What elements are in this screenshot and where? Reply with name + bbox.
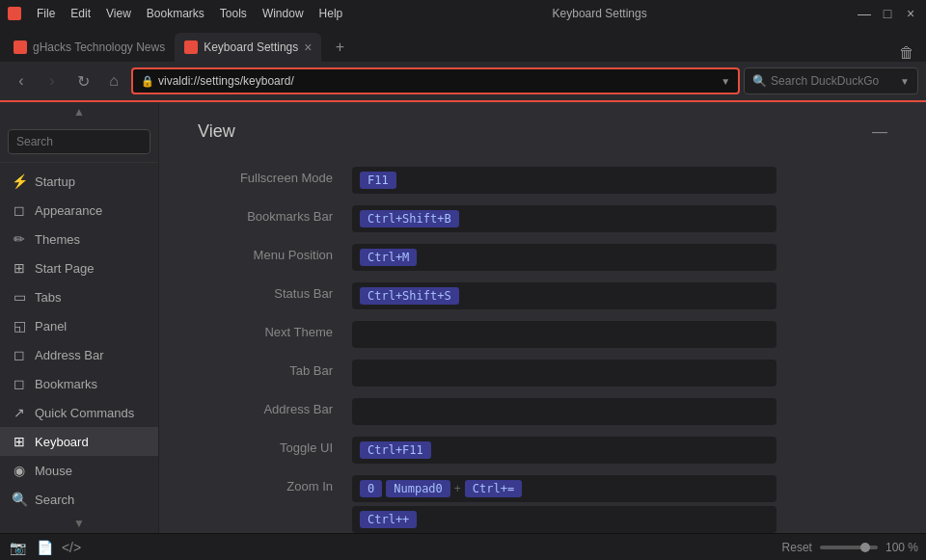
- shortcut-ctrl-shift-s[interactable]: Ctrl+Shift+S: [360, 287, 459, 305]
- section-title: View: [198, 121, 235, 142]
- sidebar-item-start-page[interactable]: ⊞ Start Page: [0, 253, 158, 282]
- sidebar-label-quick-commands: Quick Commands: [35, 406, 134, 420]
- close-tab-area[interactable]: 🗑: [899, 44, 914, 62]
- shortcut-f11[interactable]: F11: [360, 172, 396, 189]
- setting-shortcuts-zoom-in-2[interactable]: Ctrl++: [352, 506, 776, 533]
- sidebar-scroll-down[interactable]: ▼: [0, 514, 158, 533]
- sidebar-item-bookmarks[interactable]: ◻ Bookmarks: [0, 369, 158, 398]
- window-title: Keyboard Settings: [342, 7, 857, 20]
- setting-shortcuts-toggle-ui[interactable]: Ctrl+F11: [352, 437, 776, 464]
- page-icon[interactable]: 📄: [35, 538, 54, 557]
- menu-bar: File Edit View Bookmarks Tools Window He…: [37, 7, 342, 20]
- sidebar-item-address-bar[interactable]: ◻ Address Bar: [0, 340, 158, 369]
- sidebar-item-search[interactable]: 🔍 Search: [0, 485, 158, 514]
- sidebar-item-panel[interactable]: ◱ Panel: [0, 311, 158, 340]
- code-icon[interactable]: </>: [62, 538, 81, 557]
- keyboard-icon: ⊞: [12, 434, 27, 449]
- menu-tools[interactable]: Tools: [220, 7, 247, 20]
- setting-shortcuts-zoom-in-1[interactable]: 0 Numpad0 + Ctrl+=: [352, 475, 776, 502]
- setting-shortcuts-bookmarks-bar[interactable]: Ctrl+Shift+B: [352, 205, 776, 232]
- setting-next-theme: Next Theme: [198, 315, 776, 354]
- sidebar: ▲ ⚡ Startup ◻ Appearance ✏ Themes ⊞ Star…: [0, 102, 159, 533]
- shortcut-ctrl-m[interactable]: Ctrl+M: [360, 249, 417, 266]
- search-dropdown-arrow[interactable]: ▼: [900, 76, 910, 87]
- tab-close-keyboard[interactable]: ×: [304, 40, 312, 55]
- setting-tab-bar: Tab Bar: [198, 354, 776, 392]
- camera-icon[interactable]: 📷: [8, 538, 27, 557]
- setting-shortcuts-status-bar[interactable]: Ctrl+Shift+S: [352, 282, 776, 309]
- setting-bookmarks-bar: Bookmarks Bar Ctrl+Shift+B: [198, 200, 776, 238]
- sidebar-label-start-page: Start Page: [35, 261, 94, 276]
- setting-shortcuts-address-bar[interactable]: [352, 398, 776, 425]
- menu-window[interactable]: Window: [262, 7, 304, 20]
- bookmarks-icon: ◻: [12, 376, 27, 391]
- sidebar-label-appearance: Appearance: [35, 203, 102, 218]
- menu-view[interactable]: View: [106, 7, 131, 20]
- tab-keyboard[interactable]: Keyboard Settings ×: [175, 33, 321, 62]
- setting-shortcuts-fullscreen[interactable]: F11: [352, 167, 776, 194]
- setting-shortcuts-tab-bar[interactable]: [352, 360, 776, 387]
- search-input[interactable]: [771, 74, 896, 88]
- sidebar-item-mouse[interactable]: ◉ Mouse: [0, 456, 158, 485]
- sidebar-scroll-up[interactable]: ▲: [0, 102, 158, 121]
- reset-button[interactable]: Reset: [782, 541, 812, 554]
- nav-bar: ‹ › ↻ ⌂ 🔒 ▼ 🔍 ▼: [0, 62, 926, 102]
- zoom-slider-thumb[interactable]: [860, 543, 870, 552]
- sidebar-item-quick-commands[interactable]: ↗ Quick Commands: [0, 398, 158, 427]
- shortcut-ctrl-eq[interactable]: Ctrl+=: [465, 480, 522, 497]
- zoom-percent: 100 %: [885, 541, 918, 554]
- address-input[interactable]: [158, 74, 721, 88]
- section-collapse-button[interactable]: —: [872, 123, 887, 141]
- sidebar-item-keyboard[interactable]: ⊞ Keyboard: [0, 427, 158, 456]
- startup-icon: ⚡: [12, 173, 27, 189]
- setting-label-bookmarks-bar: Bookmarks Bar: [198, 205, 352, 224]
- sidebar-search-input[interactable]: [8, 129, 150, 154]
- sidebar-item-themes[interactable]: ✏ Themes: [0, 225, 158, 253]
- window-controls: — □ ×: [857, 6, 918, 21]
- shortcut-numpad0[interactable]: Numpad0: [386, 480, 450, 497]
- menu-file[interactable]: File: [37, 7, 55, 20]
- title-bar: File Edit View Bookmarks Tools Window He…: [0, 0, 926, 27]
- tabs-icon: ▭: [12, 289, 27, 305]
- shortcut-ctrl-f11[interactable]: Ctrl+F11: [360, 441, 431, 459]
- menu-help[interactable]: Help: [319, 7, 343, 20]
- menu-edit[interactable]: Edit: [70, 7, 91, 20]
- setting-label-next-theme: Next Theme: [198, 321, 352, 339]
- sidebar-item-appearance[interactable]: ◻ Appearance: [0, 196, 158, 225]
- setting-label-status-bar: Status Bar: [198, 282, 352, 301]
- tab-ghacks[interactable]: gHacks Technology News: [4, 33, 175, 62]
- setting-shortcuts-next-theme[interactable]: [352, 321, 776, 348]
- themes-icon: ✏: [12, 231, 27, 247]
- setting-menu-position: Menu Position Ctrl+M: [198, 238, 776, 277]
- tab-label-ghacks: gHacks Technology News: [33, 40, 165, 54]
- mouse-icon: ◉: [12, 463, 27, 478]
- sidebar-items: ⚡ Startup ◻ Appearance ✏ Themes ⊞ Start …: [0, 163, 158, 514]
- shortcut-0[interactable]: 0: [360, 480, 382, 497]
- new-tab-button[interactable]: +: [325, 33, 354, 62]
- maximize-button[interactable]: □: [880, 6, 895, 21]
- address-bar[interactable]: 🔒 ▼: [131, 67, 740, 94]
- sidebar-item-startup[interactable]: ⚡ Startup: [0, 167, 158, 196]
- zoom-slider[interactable]: [820, 546, 878, 549]
- content-header: View —: [198, 121, 887, 142]
- reload-button[interactable]: ↻: [69, 67, 96, 94]
- sidebar-label-tabs: Tabs: [35, 290, 61, 305]
- menu-bookmarks[interactable]: Bookmarks: [147, 7, 204, 20]
- close-button[interactable]: ×: [903, 6, 918, 21]
- back-button[interactable]: ‹: [8, 67, 35, 94]
- forward-button[interactable]: ›: [39, 67, 66, 94]
- shortcut-ctrl-plusplus[interactable]: Ctrl++: [360, 511, 417, 528]
- address-dropdown-arrow[interactable]: ▼: [721, 76, 730, 87]
- search-bar[interactable]: 🔍 ▼: [744, 67, 918, 94]
- setting-shortcuts-menu-position[interactable]: Ctrl+M: [352, 244, 776, 271]
- minimize-button[interactable]: —: [857, 6, 872, 21]
- sidebar-label-themes: Themes: [35, 232, 80, 247]
- sidebar-label-search: Search: [35, 493, 74, 507]
- sidebar-item-tabs[interactable]: ▭ Tabs: [0, 282, 158, 311]
- tab-favicon-keyboard: [184, 40, 198, 54]
- shortcut-ctrl-shift-b[interactable]: Ctrl+Shift+B: [360, 210, 459, 227]
- panel-icon: ◱: [12, 318, 27, 333]
- sep-plus: +: [454, 482, 461, 495]
- home-button[interactable]: ⌂: [100, 67, 127, 94]
- sidebar-label-bookmarks: Bookmarks: [35, 377, 97, 391]
